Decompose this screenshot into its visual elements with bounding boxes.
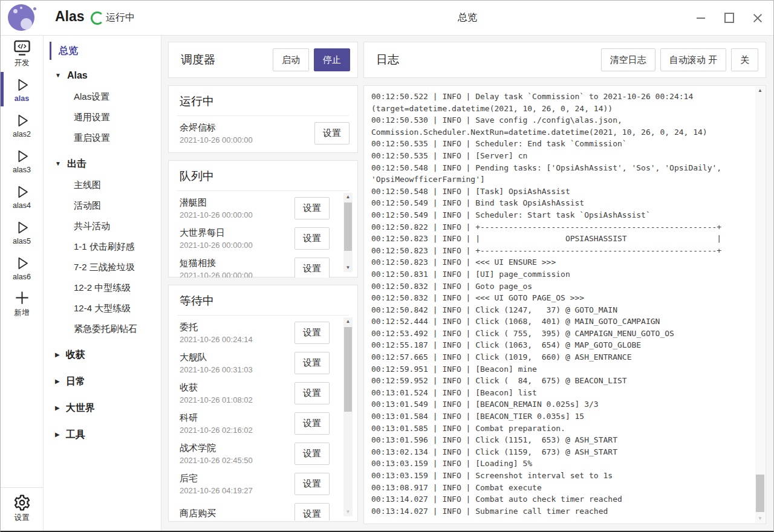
task-setting-button[interactable]: 设置 [294,258,330,278]
minimize-icon [697,18,705,19]
task-time: 2021-10-26 00:00:00 [180,270,253,278]
log-panel[interactable]: 00:12:50.522 | INFO | Delay task `Commis… [363,85,766,524]
scrollbar-thumb[interactable] [344,203,352,251]
chevron-right-icon: ▶ [55,431,60,438]
play-icon [14,254,30,272]
scroll-down-icon[interactable]: ▼ [343,508,353,516]
sidebar-item-alas-group-1[interactable]: 通用设置 [44,107,161,128]
sidebar-item-alas-group-2[interactable]: 重启设置 [44,128,161,148]
rail-item-alas6[interactable]: alas6 [1,250,43,285]
nav-menu: 总览▼AlasAlas设置通用设置重启设置▼出击主线图活动图共斗活动1-1 伏击… [44,36,161,531]
rail-item-alas4[interactable]: alas4 [1,178,43,214]
rail-item-label: alas5 [13,237,31,245]
sidebar-group-sortie[interactable]: ▼出击 [44,153,161,175]
chevron-right-icon: ▶ [55,351,60,358]
pending-task-row: 潜艇图2021-10-26 00:00:00设置 [180,193,337,223]
logo-dot [20,7,22,9]
pending-scrollbar[interactable]: ▲ ▼ [343,193,353,272]
task-setting-button[interactable]: 设置 [294,227,330,250]
autoscroll-on-button[interactable]: 自动滚动 开 [660,48,726,71]
scroll-down-icon[interactable]: ▼ [755,514,765,523]
scroll-up-icon[interactable]: ▲ [343,193,353,201]
waiting-task-list: 委托2021-10-26 00:24:14设置大舰队2021-10-26 00:… [180,317,337,521]
sidebar-item-sortie-3[interactable]: 1-1 伏击刷好感 [44,236,161,257]
running-panel: 运行中 余烬信标2021-10-26 00:00:00设置 [168,85,358,153]
task-time: 2021-10-26 00:00:00 [180,210,253,220]
autoscroll-off-button[interactable]: 关 [731,48,758,71]
sidebar-item-sortie-0[interactable]: 主线图 [44,175,161,195]
maximize-button[interactable] [724,13,734,23]
sidebar-group-reward[interactable]: ▶收获 [44,344,161,366]
sidebar-group-daily[interactable]: ▶日常 [44,371,161,392]
app-title: Alas [55,8,85,25]
waiting-task-row: 委托2021-10-26 00:24:14设置 [180,317,337,348]
rail-item-alas2[interactable]: alas2 [1,107,43,143]
task-time: 2021-10-26 00:31:03 [180,365,253,375]
task-info: 短猫相接2021-10-26 00:00:00 [180,257,253,278]
status-label: 运行中 [106,11,135,24]
chevron-down-icon: ▼ [55,72,61,79]
task-setting-button[interactable]: 设置 [294,352,330,374]
waiting-task-row: 收获2021-10-26 01:08:02设置 [180,378,337,408]
sidebar-item-sortie-2[interactable]: 共斗活动 [44,216,161,236]
scroll-up-icon[interactable]: ▲ [755,86,765,95]
clear-log-button[interactable]: 清空日志 [601,48,655,71]
sidebar-group-label: Alas [67,70,88,81]
task-setting-button[interactable]: 设置 [294,503,330,521]
running-task-list: 余烬信标2021-10-26 00:00:00设置 [180,118,357,148]
rail-item-alas3[interactable]: alas3 [1,143,43,178]
task-setting-button[interactable]: 设置 [314,122,350,144]
rail-item-dev[interactable]: 开发 [1,36,43,71]
task-info: 科研2021-10-26 02:16:02 [180,412,253,435]
logo-dot [33,7,36,10]
task-setting-button[interactable]: 设置 [294,412,330,435]
sidebar-item-overview[interactable]: 总览 [50,42,161,60]
stop-button[interactable]: 停止 [314,48,350,71]
scheduler-header-panel: 调度器 启动 停止 [168,42,358,78]
rail-item-add[interactable]: 新增 [1,285,43,321]
sidebar-item-sortie-4[interactable]: 7-2 三战捡垃圾 [44,257,161,277]
scrollbar-thumb[interactable] [756,475,764,512]
sidebar-group-opsi[interactable]: ▶大世界 [44,397,161,419]
task-setting-button[interactable]: 设置 [294,473,330,495]
task-setting-button[interactable]: 设置 [294,322,330,344]
play-icon [14,183,30,201]
sidebar-item-sortie-7[interactable]: 紧急委托刷钻石 [44,319,161,339]
minimize-button[interactable] [696,13,706,23]
task-name: 战术学院 [180,442,253,454]
sidebar-item-sortie-5[interactable]: 12-2 中型练级 [44,277,161,298]
sidebar-group-label: 日常 [66,375,85,388]
sidebar-group-tool[interactable]: ▶工具 [44,424,161,446]
sidebar-group-alas-group[interactable]: ▼Alas [44,65,161,86]
task-name: 短猫相接 [180,257,253,269]
log-scrollbar[interactable]: ▲ ▼ [755,86,765,523]
window-controls [696,1,763,35]
task-setting-button[interactable]: 设置 [294,443,330,465]
task-name: 余烬信标 [180,122,253,134]
task-info: 后宅2021-10-26 04:19:27 [180,472,253,496]
task-name: 大舰队 [180,351,253,363]
task-name: 大世界每日 [180,227,253,239]
sidebar-item-sortie-1[interactable]: 活动图 [44,195,161,216]
rail-settings-area: 设置 [1,487,43,531]
instance-rail: 开发alasalas2alas3alas4alas5alas6新增 设置 [1,36,44,531]
rail-item-settings[interactable]: 设置 [1,490,43,526]
logo-blob [21,18,32,30]
close-button[interactable] [753,13,763,23]
scroll-down-icon[interactable]: ▼ [343,264,353,272]
start-button[interactable]: 启动 [273,48,309,71]
task-setting-button[interactable]: 设置 [294,197,330,219]
pending-panel: 队列中 潜艇图2021-10-26 00:00:00设置大世界每日2021-10… [168,160,358,277]
log-column: 日志 清空日志 自动滚动 开 关 00:12:50.522 | INFO | D… [363,42,766,524]
rail-item-alas5[interactable]: alas5 [1,214,43,250]
sidebar-item-sortie-6[interactable]: 12-4 大型练级 [44,298,161,319]
waiting-scrollbar[interactable]: ▲ ▼ [343,317,353,516]
scroll-up-icon[interactable]: ▲ [343,317,353,326]
scrollbar-thumb[interactable] [344,327,352,412]
task-setting-button[interactable]: 设置 [294,382,330,404]
rail-item-alas[interactable]: alas [1,71,43,107]
sidebar-item-alas-group-0[interactable]: Alas设置 [44,86,161,107]
waiting-task-row: 战术学院2021-10-26 02:45:50设置 [180,438,337,469]
scheduler-buttons: 启动 停止 [273,48,350,71]
divider [177,315,349,316]
